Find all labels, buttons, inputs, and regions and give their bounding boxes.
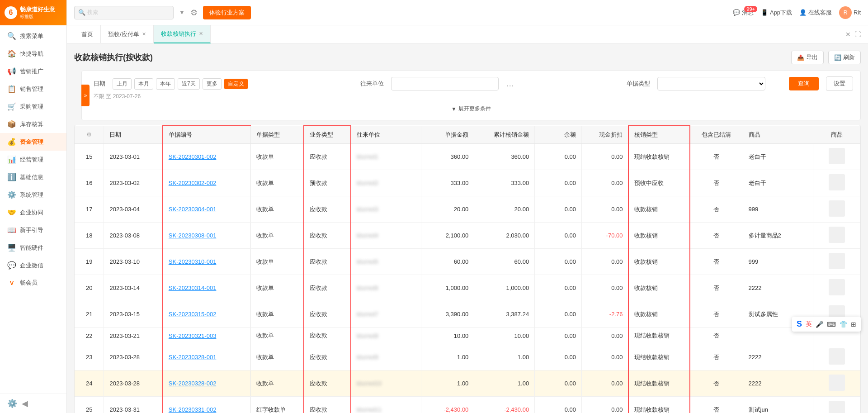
table-row: 24 2023-03-28 SK-20230328-002 收款单 应收款 bl…	[75, 370, 860, 397]
cell-incl: 否	[690, 397, 743, 413]
page-actions: 📤 导出 🔄 刷新	[791, 51, 861, 64]
query-button[interactable]: 查询	[789, 77, 819, 90]
th-gear[interactable]: ⚙	[75, 126, 104, 144]
cell-goodsimg	[813, 249, 860, 275]
cell-party: blurred10	[351, 370, 421, 397]
tab-close-icon[interactable]: ✕	[845, 31, 851, 38]
tab-prepay-close[interactable]: ✕	[142, 31, 146, 37]
topbar-search-box[interactable]: 🔍 搜索	[74, 6, 174, 19]
filter-expand-button[interactable]: »	[81, 85, 90, 106]
cell-date: 2023-03-15	[104, 301, 163, 328]
page-container: 收款核销执行(按收款) 📤 导出 🔄 刷新 »	[67, 43, 868, 413]
english-icon[interactable]: 英	[806, 320, 812, 328]
sidebar-item-member[interactable]: V 畅会员	[0, 274, 66, 291]
cell-goods: 测试jun	[743, 397, 813, 413]
docno-link[interactable]: SK-20230301-002	[169, 153, 217, 160]
docno-link[interactable]: SK-20230321-003	[169, 332, 217, 339]
keyboard-icon[interactable]: ⌨	[827, 321, 836, 328]
sidebar-item-guide[interactable]: 📖 新手引导	[0, 221, 66, 239]
date-btn-more[interactable]: 更多	[203, 78, 222, 90]
grid-icon[interactable]: ⊞	[851, 321, 856, 328]
expand-more-button[interactable]: ▼ 展开更多条件	[446, 103, 496, 114]
th-party: 往来单位	[351, 126, 421, 144]
search-icon: 🔍	[78, 9, 85, 16]
docno-link[interactable]: SK-20230328-001	[169, 354, 217, 361]
search-icon: 🔍	[7, 32, 16, 40]
refresh-button[interactable]: 🔄 刷新	[828, 51, 861, 64]
message-button[interactable]: 💬 消息 99+	[733, 9, 754, 17]
tab-prepay[interactable]: 预收/应付单 ✕	[101, 25, 154, 43]
cell-balance: 0.00	[535, 370, 582, 397]
docno-link[interactable]: SK-20230308-001	[169, 232, 217, 239]
table-scroll[interactable]: ⚙ 日期 单据编号 单据类型 业务类型 往来单位 单据金额 累计核销金额 余额	[75, 125, 860, 413]
cell-date: 2023-03-10	[104, 249, 163, 275]
cell-discount: 0.00	[582, 275, 629, 301]
sidebar-item-funds[interactable]: 💰 资金管理	[0, 133, 66, 151]
home-icon: 🏠	[7, 49, 16, 58]
docno-link[interactable]: SK-20230310-001	[169, 258, 217, 265]
online-service-button[interactable]: 👤 在线客服	[799, 9, 832, 17]
user-info[interactable]: R Rit	[839, 6, 861, 19]
doctype-filter-select[interactable]	[657, 77, 765, 90]
cell-incl: 否	[690, 344, 743, 370]
sidebar-item-system[interactable]: ⚙️ 系统管理	[0, 186, 66, 204]
cell-balance: 0.00	[535, 196, 582, 223]
cell-party: blurred5	[351, 249, 421, 275]
cell-balance: 0.00	[535, 328, 582, 344]
industry-solution-button[interactable]: 体验行业方案	[203, 6, 251, 19]
sidebar-item-marketing[interactable]: 📢 营销推广	[0, 62, 66, 80]
docno-link[interactable]: SK-20230331-002	[169, 406, 217, 413]
sidebar-item-operations[interactable]: 📊 经营管理	[0, 151, 66, 168]
sidebar-item-hardware[interactable]: 🖥️ 智能硬件	[0, 239, 66, 256]
settings-icon[interactable]: ⚙️	[7, 399, 17, 408]
dropdown-arrow-icon[interactable]: ▼	[179, 9, 185, 16]
party-filter-input[interactable]	[391, 77, 499, 90]
sidebar-item-basic[interactable]: ℹ️ 基础信息	[0, 168, 66, 186]
date-btn-7days[interactable]: 近7天	[178, 78, 200, 90]
cell-goods: 999	[743, 249, 813, 275]
app-download-button[interactable]: 📱 App下载	[761, 9, 792, 17]
docno-link[interactable]: SK-20230314-001	[169, 285, 217, 291]
cell-goodsimg	[813, 370, 860, 397]
sidebar-item-enterprise[interactable]: 🤝 企业协同	[0, 204, 66, 221]
docno-link[interactable]: SK-20230328-002	[169, 380, 217, 387]
cell-biztype: 应收款	[304, 328, 351, 344]
date-btn-prev-month[interactable]: 上月	[113, 78, 132, 90]
cell-incl: 否	[690, 370, 743, 397]
gear-icon[interactable]: ⚙	[86, 131, 92, 138]
docno-link[interactable]: SK-20230315-002	[169, 311, 217, 318]
hardware-icon: 🖥️	[7, 243, 16, 252]
date-btn-this-month[interactable]: 本月	[134, 78, 153, 90]
export-button[interactable]: 📤 导出	[791, 51, 824, 64]
cell-balance: 0.00	[535, 249, 582, 275]
cell-balance: 0.00	[535, 223, 582, 249]
tab-home[interactable]: 首页	[74, 25, 101, 43]
sidebar-item-inventory[interactable]: 📦 库存核算	[0, 115, 66, 133]
th-biztype: 业务类型	[304, 126, 351, 144]
docno-link[interactable]: SK-20230302-002	[169, 180, 217, 186]
input-method-bar[interactable]: S 英 🎤 ⌨ 👕 ⊞	[792, 317, 861, 332]
docno-link[interactable]: SK-20230304-001	[169, 206, 217, 213]
cell-biztype: 应收款	[304, 397, 351, 413]
sidebar-item-nav[interactable]: 🏠 快捷导航	[0, 45, 66, 62]
mic-icon[interactable]: 🎤	[816, 321, 823, 328]
sidebar-item-wechat[interactable]: 💬 企业微信	[0, 256, 66, 274]
service-icon: 👤	[799, 9, 807, 16]
tab-close-exec-close[interactable]: ✕	[199, 31, 203, 37]
enterprise-icon: 🤝	[7, 208, 16, 217]
sidebar-item-purchase[interactable]: 🛒 采购管理	[0, 98, 66, 115]
settings-button[interactable]: 设置	[826, 76, 853, 91]
date-btn-this-year[interactable]: 本年	[156, 78, 175, 90]
date-range-display: 不限 至 2023-07-26	[94, 93, 141, 100]
tab-maximize-icon[interactable]: ⛶	[854, 31, 861, 38]
cell-party: blurred11	[351, 397, 421, 413]
th-incl: 包含已结清	[690, 126, 743, 144]
sidebar-item-sales[interactable]: 📋 销售管理	[0, 80, 66, 98]
sidebar-item-search[interactable]: 🔍 搜索菜单	[0, 27, 66, 45]
gear-icon[interactable]: ⚙	[190, 8, 198, 18]
cell-cumamt: 1.00	[474, 344, 535, 370]
date-btn-custom[interactable]: 自定义	[224, 79, 248, 89]
shirt-icon[interactable]: 👕	[840, 321, 847, 328]
tab-close-exec[interactable]: 收款核销执行 ✕	[154, 25, 211, 43]
collapse-icon[interactable]: ◀	[22, 399, 28, 408]
